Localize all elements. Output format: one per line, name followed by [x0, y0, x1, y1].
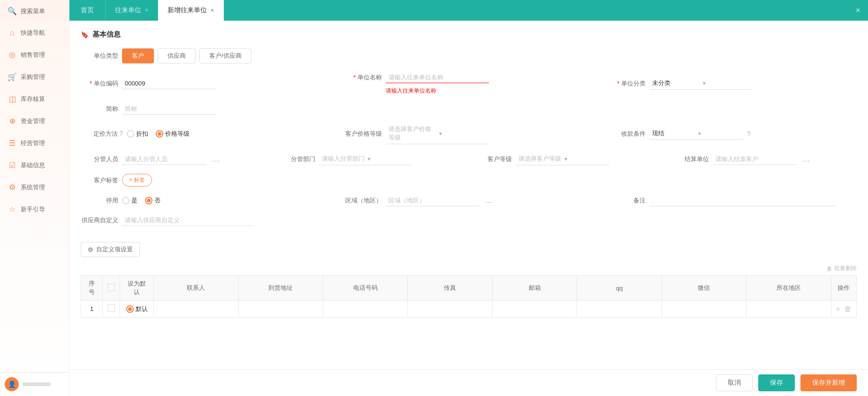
short-name-row: 简称 — [81, 103, 857, 115]
sidebar-item-sales[interactable]: ◎ 销售管理 — [0, 44, 69, 66]
unit-btn-customer[interactable]: 客户 — [122, 48, 154, 63]
row-contact[interactable] — [154, 301, 238, 318]
close-units-tab[interactable]: × — [145, 7, 148, 14]
manager-label: 分管人员 — [81, 155, 118, 163]
chevron-down-icon-4: ▼ — [367, 156, 410, 162]
unit-name-error: 请输入往来单位名称 — [386, 87, 436, 94]
region-row-input[interactable] — [751, 305, 826, 312]
contact-table: 序号 设为默认 联系人 到货地址 电话号码 传真 邮箱 qq 微信 所在地区 操… — [81, 275, 857, 318]
table-header: 序号 设为默认 联系人 到货地址 电话号码 传真 邮箱 qq 微信 所在地区 操… — [81, 276, 857, 301]
unit-category-select[interactable]: 未分类 ▼ — [649, 77, 753, 90]
unit-name-input[interactable] — [386, 72, 489, 83]
sidebar-item-newbie[interactable]: ☆ 新手引导 — [0, 198, 69, 220]
supplier-custom-input[interactable] — [122, 215, 253, 226]
qq-input[interactable] — [582, 305, 656, 312]
col-region: 所在地区 — [746, 276, 831, 301]
batch-delete-button[interactable]: 🗑 批量删除 — [827, 264, 857, 272]
tab-home[interactable]: 首页 — [69, 0, 106, 21]
row-wechat[interactable] — [662, 301, 746, 318]
sidebar-item-inventory[interactable]: ◫ 库存核算 — [0, 88, 69, 110]
customer-level-select[interactable]: 请选择客户等级 ▼ — [516, 153, 609, 165]
unit-code-name-row: 单位编码 单位名称 请输入往来单位名称 单位分类 未分类 — [81, 72, 857, 95]
sidebar-item-operations[interactable]: ☰ 经营管理 — [0, 132, 69, 154]
info-icon: ☑ — [8, 161, 17, 170]
delete-row-button[interactable]: 🗑 — [844, 305, 852, 313]
region-more-icon[interactable]: … — [483, 196, 495, 205]
row-checkbox — [103, 301, 120, 318]
sidebar-item-finance[interactable]: ⊕ 资金管理 — [0, 110, 69, 132]
row-actions: + 🗑 — [831, 301, 856, 318]
save-button[interactable]: 保存 — [758, 374, 795, 391]
pricing-discount[interactable]: 折扣 — [127, 130, 148, 138]
col-action: 操作 — [831, 276, 856, 301]
payment-help-icon[interactable]: ? — [747, 130, 751, 138]
sidebar-item-basic[interactable]: ☑ 基础信息 — [0, 154, 69, 176]
row-fax[interactable] — [408, 301, 492, 318]
user-name-placeholder — [23, 382, 51, 386]
row-region[interactable] — [746, 301, 831, 318]
settlement-unit-field: 结算单位 … — [671, 154, 857, 165]
sidebar-item-search[interactable]: 🔍 搜索菜单 — [0, 0, 69, 22]
sidebar-item-purchase[interactable]: 🛒 采购管理 — [0, 66, 69, 88]
delete-icon: 🗑 — [827, 265, 832, 272]
short-name-label: 简称 — [81, 105, 118, 113]
disable-yes[interactable]: 是 — [122, 196, 137, 205]
default-radio-circle — [126, 305, 134, 313]
row-select-checkbox[interactable] — [107, 304, 115, 312]
phone-input[interactable] — [328, 305, 403, 312]
custom-settings-button[interactable]: ⚙ 自定义项设置 — [81, 242, 140, 257]
unit-code-label: 单位编码 — [81, 79, 118, 88]
pricing-row: 定价方法 ? 折扣 价格等级 客户 — [81, 123, 857, 144]
manager-input[interactable] — [122, 154, 206, 165]
settlement-unit-input[interactable] — [713, 154, 797, 165]
disable-no[interactable]: 否 — [145, 196, 160, 205]
unit-btn-supplier[interactable]: 供应商 — [158, 48, 196, 63]
close-new-unit-tab[interactable]: × — [211, 7, 214, 14]
pricing-level[interactable]: 价格等级 — [156, 130, 190, 138]
customer-price-level-select[interactable]: 请选择客户价格等级 ▼ — [386, 123, 489, 144]
wechat-input[interactable] — [667, 305, 741, 312]
save-new-button[interactable]: 保存并新增 — [800, 374, 857, 391]
pricing-radio-group: 折扣 价格等级 — [127, 130, 190, 138]
col-index: 序号 — [81, 276, 103, 301]
short-name-input[interactable] — [122, 103, 216, 115]
row-default-radio[interactable]: 默认 — [125, 305, 149, 313]
add-row-button[interactable]: + — [836, 305, 840, 313]
row-email[interactable] — [492, 301, 577, 318]
disable-row: 停用 是 否 区域（地区） … — [81, 195, 857, 206]
settings-icon: ⚙ — [88, 246, 93, 253]
contact-input[interactable] — [159, 305, 233, 312]
row-address[interactable] — [238, 301, 323, 318]
payment-terms-select[interactable]: 现结 ▼ — [649, 127, 743, 140]
unit-type-buttons: 客户 供应商 客户/供应商 — [122, 48, 251, 63]
money-icon: ⊕ — [8, 116, 17, 125]
email-input[interactable] — [497, 305, 572, 312]
unit-code-input[interactable] — [122, 78, 216, 89]
tab-new-unit[interactable]: 新增往来单位 × — [158, 0, 224, 21]
select-all-checkbox[interactable] — [107, 284, 115, 291]
add-tag-button[interactable]: + 标签 — [122, 174, 152, 186]
col-wechat: 微信 — [662, 276, 746, 301]
region-input[interactable] — [386, 195, 480, 206]
unit-btn-both[interactable]: 客户/供应商 — [199, 48, 251, 63]
sidebar-item-quicknav[interactable]: ⌂ 快捷导航 — [0, 22, 69, 44]
tab-units[interactable]: 往来单位 × — [106, 0, 158, 21]
cancel-button[interactable]: 取消 — [716, 374, 753, 391]
address-input[interactable] — [244, 305, 318, 312]
department-select[interactable]: 请输入分管部门 ▼ — [319, 153, 413, 165]
row-qq[interactable] — [577, 301, 662, 318]
row-phone[interactable] — [323, 301, 408, 318]
settlement-more-icon[interactable]: … — [801, 155, 812, 163]
section-icon: 🔖 — [81, 31, 89, 39]
col-phone: 电话号码 — [323, 276, 408, 301]
manager-more-icon[interactable]: … — [210, 155, 221, 163]
unit-category-label: 单位分类 — [608, 79, 646, 88]
sidebar-item-system[interactable]: ⚙ 系统管理 — [0, 176, 69, 198]
region-label: 区域（地区） — [344, 196, 382, 205]
unit-type-row: 单位类型 客户 供应商 客户/供应商 — [81, 48, 857, 63]
remark-input[interactable] — [649, 195, 837, 206]
fax-input[interactable] — [412, 305, 487, 312]
settlement-unit-label: 结算单位 — [671, 155, 709, 163]
tabbar-close-button[interactable]: × — [848, 6, 868, 16]
help-icon[interactable]: ? — [119, 130, 123, 137]
